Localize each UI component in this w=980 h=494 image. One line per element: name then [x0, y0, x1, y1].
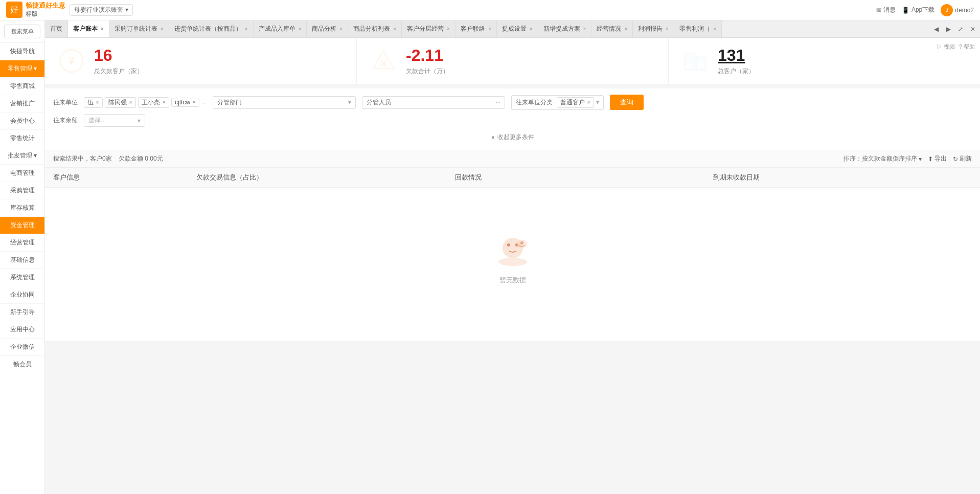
tab-purchase-order-stats[interactable]: 采购订单统计表 × — [109, 20, 169, 38]
svg-point-12 — [498, 258, 527, 266]
tab-bar: 首页 客户账本 × 采购订单统计表 × 进货单统计表（按商品） × 产成品入库单… — [45, 20, 980, 38]
filter-tags-unit: 伍 × 陈民强 × 王小亮 × cjttcw × — [84, 97, 207, 108]
search-menu-button[interactable]: 搜索菜单 — [4, 25, 40, 38]
filter-tag-wu-close[interactable]: × — [96, 99, 99, 106]
tab-close-customer-segment[interactable]: × — [447, 26, 450, 32]
tab-retail-profit[interactable]: 零售利润（ × — [674, 20, 722, 38]
tab-customer-contact[interactable]: 客户联络 × — [455, 20, 497, 38]
sidebar-item-enterprise-collab[interactable]: 企业协同 — [0, 286, 44, 304]
tab-close-product-instock[interactable]: × — [299, 26, 302, 32]
sidebar-item-basic-info[interactable]: 基础信息 — [0, 252, 44, 269]
tab-stock-stats[interactable]: 进货单统计表（按商品） × — [169, 20, 254, 38]
tab-profit-report[interactable]: 利润报告 × — [633, 20, 674, 38]
tab-close-customer-capital[interactable]: × — [101, 26, 104, 32]
sidebar-item-purchase-mgmt[interactable]: 采购管理 — [0, 182, 44, 199]
tab-product-analysis-list[interactable]: 商品分析列表 × — [348, 20, 402, 38]
filter-tag-chen-close[interactable]: × — [129, 99, 132, 106]
logo-area: 好 畅捷通好生意 标版 — [6, 2, 65, 18]
video-btn[interactable]: ▷ 视频 — [937, 43, 955, 51]
sidebar-item-finance-mgmt[interactable]: 资金管理 — [0, 217, 44, 234]
stat-number-total: 131 — [718, 46, 755, 65]
sidebar-item-vip-member[interactable]: 畅会员 — [0, 356, 44, 373]
col-customer-info: 客户信息 — [53, 173, 196, 182]
tab-business-status[interactable]: 经营情况 × — [591, 20, 633, 38]
tab-close-product-analysis-list[interactable]: × — [393, 26, 396, 32]
sidebar-item-wholesale-mgmt[interactable]: 批发管理 ▾ — [0, 147, 44, 165]
stat-label-total: 总客户（家） — [718, 67, 755, 76]
filter-tag-normal-close[interactable]: × — [587, 99, 590, 106]
tab-close-retail-profit[interactable]: × — [713, 26, 716, 32]
chevron-down-icon: ▾ — [125, 6, 128, 13]
empty-text: 暂无数据 — [499, 276, 526, 285]
message-btn[interactable]: ✉ 消息 — [876, 6, 896, 14]
debt-icon: ✕ — [369, 47, 398, 75]
sidebar-item-quick-nav[interactable]: 快捷导航 — [0, 43, 44, 60]
tab-close-business-status[interactable]: × — [624, 26, 627, 32]
tab-close-product-analysis[interactable]: × — [339, 26, 343, 32]
tab-customer-capital[interactable]: 客户账本 × — [68, 20, 109, 38]
unit-label: 往来单位 — [53, 98, 78, 107]
stat-card-customers: ¥ 16 总欠款客户（家） — [45, 38, 357, 84]
tab-product-instock[interactable]: 产成品入库单 × — [254, 20, 307, 38]
app-download-btn[interactable]: 📱 App下载 — [902, 6, 935, 14]
tab-home[interactable]: 首页 — [45, 20, 68, 38]
tab-close-customer-contact[interactable]: × — [488, 26, 491, 32]
tab-next-btn[interactable]: ▶ — [943, 24, 953, 34]
sidebar-item-retail-mgmt[interactable]: 零售管理 ▾ — [0, 60, 44, 78]
sidebar-item-retail-mall[interactable]: 零售商城 — [0, 78, 44, 95]
tab-close-commission-settings[interactable]: × — [530, 26, 533, 32]
system-selector[interactable]: 母婴行业演示账套 ▾ — [70, 4, 133, 16]
tab-close-new-commission-plan[interactable]: × — [583, 26, 586, 32]
unit-class-selector[interactable]: 往来单位分类 普通客户 × ▾ — [511, 95, 604, 110]
sidebar-item-newbie-guide[interactable]: 新手引导 — [0, 304, 44, 321]
col-debt-info: 欠款交易信息（占比） — [196, 173, 455, 182]
filter-more-btn[interactable]: ... — [201, 99, 207, 106]
tab-commission-settings[interactable]: 提成设置 × — [497, 20, 538, 38]
table-header: 客户信息 欠款交易信息（占比） 回款情况 到期未收款日期 — [45, 168, 980, 188]
tab-expand-btn[interactable]: ⤢ — [955, 24, 966, 34]
collapse-filters-btn[interactable]: ∧ 收起更多条件 — [53, 131, 972, 144]
stat-info-debt: -2.11 欠款合计（万） — [406, 46, 449, 76]
sidebar-item-ops-mgmt[interactable]: 经营管理 — [0, 234, 44, 252]
tab-close-all-btn[interactable]: ✕ — [968, 24, 978, 34]
sort-button[interactable]: 排序：按欠款金额倒序排序 ▾ — [844, 154, 922, 163]
collapse-arrow-icon: ∧ — [491, 134, 495, 141]
tab-close-purchase-order-stats[interactable]: × — [161, 26, 164, 32]
stat-label-customers: 总欠款客户（家） — [94, 67, 143, 76]
sidebar-item-enterprise-wechat[interactable]: 企业微信 — [0, 339, 44, 356]
tab-close-stock-stats[interactable]: × — [245, 26, 248, 32]
table-body: 暂无数据 — [45, 188, 980, 341]
data-table: 客户信息 欠款交易信息（占比） 回款情况 到期未收款日期 — [45, 168, 980, 341]
filter-row-2: 往来余额 选择... ▾ — [53, 114, 972, 127]
dept-selector[interactable]: 分管部门 ▾ — [213, 96, 356, 109]
sidebar-item-ecommerce-mgmt[interactable]: 电商管理 — [0, 165, 44, 182]
user-profile[interactable]: d demo2 — [941, 4, 974, 16]
sidebar-item-app-center[interactable]: 应用中心 — [0, 321, 44, 339]
export-btn[interactable]: ⬆ 导出 — [928, 154, 947, 163]
help-btn[interactable]: ? 帮助 — [959, 43, 975, 51]
sidebar-item-sys-mgmt[interactable]: 系统管理 — [0, 269, 44, 286]
filter-tag-normal-customer: 普通客户 × — [557, 97, 594, 108]
sidebar-item-member-center[interactable]: 会员中心 — [0, 113, 44, 130]
tab-customer-segment[interactable]: 客户分层经营 × — [402, 20, 455, 38]
tab-new-commission-plan[interactable]: 新增提成方案 × — [538, 20, 592, 38]
sidebar-item-marketing[interactable]: 营销推广 — [0, 95, 44, 113]
chevron-down-icon: ▾ — [34, 65, 37, 72]
search-results-bar: 搜索结果中，客户0家 欠款金额 0.00元 排序：按欠款金额倒序排序 ▾ ⬆ 导… — [45, 150, 980, 168]
stat-card-total: ▷ 视频 ? 帮助 — [669, 38, 980, 84]
filter-tag-cjttcw-close[interactable]: × — [192, 99, 196, 106]
sidebar-item-inventory[interactable]: 库存核算 — [0, 199, 44, 217]
sidebar-item-retail-stats[interactable]: 零售统计 — [0, 130, 44, 147]
balance-selector[interactable]: 选择... ▾ — [84, 114, 145, 127]
tab-close-profit-report[interactable]: × — [666, 26, 669, 32]
refresh-btn[interactable]: ↻ 刷新 — [953, 154, 972, 163]
person-selector[interactable]: 分管人员 ··· — [362, 96, 505, 109]
stat-info-total: 131 总客户（家） — [718, 46, 755, 76]
query-button[interactable]: 查询 — [610, 95, 644, 110]
tab-prev-btn[interactable]: ◀ — [931, 24, 941, 34]
balance-arrow-icon: ▾ — [138, 117, 141, 124]
filter-tag-wang-close[interactable]: × — [162, 99, 166, 106]
tab-product-analysis[interactable]: 商品分析 × — [307, 20, 348, 38]
dept-arrow-icon: ▾ — [348, 99, 351, 106]
filter-tag-wu: 伍 × — [84, 97, 103, 108]
